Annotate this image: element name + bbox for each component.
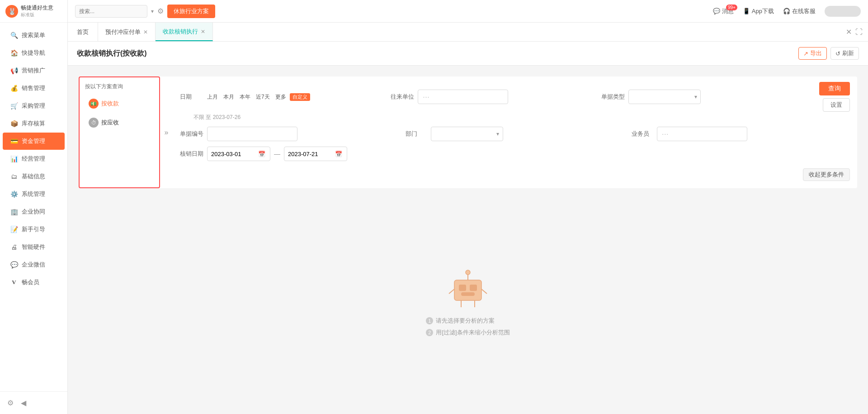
filter-more-row: 收起更多条件 xyxy=(180,167,850,183)
topbar-dropdown-arrow[interactable]: ▾ xyxy=(151,8,154,14)
filter-settings-button[interactable]: 设置 xyxy=(823,98,850,112)
date-btn-this-year[interactable]: 本年 xyxy=(238,92,252,102)
verify-date-end-input[interactable] xyxy=(288,151,333,157)
partner-selector[interactable]: ··· xyxy=(418,90,508,104)
tab-receive-close[interactable]: ✕ xyxy=(201,29,205,35)
sidebar-item-hardware[interactable]: 🖨 智能硬件 xyxy=(3,238,65,256)
empty-hint-2: 2 用[过滤]条件来缩小分析范围 xyxy=(426,327,509,338)
settings-footer-icon[interactable]: ⚙ xyxy=(7,399,14,407)
tab-prepay-label: 预付冲应付单 xyxy=(105,28,141,36)
sidebar-item-finance[interactable]: 💳 资金管理 xyxy=(3,133,65,150)
topbar-app-download[interactable]: 📱 App下载 xyxy=(743,7,774,15)
calendar-end-icon[interactable]: 📅 xyxy=(335,151,342,157)
refresh-icon: ↺ xyxy=(835,50,840,57)
sidebar-item-inventory[interactable]: 📦 库存核算 xyxy=(3,115,65,132)
service-icon: 🎧 xyxy=(783,8,790,14)
sidebar-item-purchase[interactable]: 🛒 采购管理 xyxy=(3,97,65,114)
refresh-button[interactable]: ↺ 刷新 xyxy=(830,47,859,60)
date-custom-badge[interactable]: 自定义 xyxy=(290,93,310,101)
sidebar-item-business[interactable]: 📊 经营管理 xyxy=(3,150,65,167)
sidebar-item-marketing[interactable]: 📢 营销推广 xyxy=(3,62,65,79)
empty-text: 1 请先选择要分析的方案 2 用[过滤]条件来缩小分析范围 xyxy=(426,315,509,338)
search-icon: 🔍 xyxy=(10,31,18,39)
docno-input[interactable] xyxy=(207,127,297,141)
date-btn-last-month[interactable]: 上月 xyxy=(205,92,220,102)
sidebar-item-wechat[interactable]: 💬 企业微信 xyxy=(3,256,65,273)
topbar-left: ▾ ⚙ 休旅行业方案 xyxy=(75,5,708,18)
empty-state: 1 请先选择要分析的方案 2 用[过滤]条件来缩小分析范围 xyxy=(73,194,863,409)
solution-button[interactable]: 休旅行业方案 xyxy=(167,5,215,18)
export-button[interactable]: ↗ 导出 xyxy=(798,47,827,60)
sidebar-item-shortcut[interactable]: 🏠 快捷导航 xyxy=(3,44,65,62)
empty-illustration xyxy=(445,264,491,309)
logo-icon: 🐰 xyxy=(5,5,18,18)
collapse-more-button[interactable]: 收起更多条件 xyxy=(803,168,850,181)
corp-icon: 🏢 xyxy=(10,208,18,216)
partner-dots: ··· xyxy=(423,92,429,102)
filter-collapse-btn[interactable]: » xyxy=(162,76,171,188)
filter-option-by-receipt[interactable]: 💵 按收款 xyxy=(85,96,154,111)
staff-field: 业务员 ··· xyxy=(632,127,850,141)
empty-hint-1: 1 请先选择要分析的方案 xyxy=(426,315,509,327)
staff-selector[interactable]: ··· xyxy=(657,127,747,141)
sidebar-item-system[interactable]: ⚙️ 系统管理 xyxy=(3,186,65,203)
main-area: ▾ ⚙ 休旅行业方案 💬 消息 99+ 📱 App下载 🎧 在线客服 首页 xyxy=(68,0,868,414)
wechat-icon: 💬 xyxy=(10,261,18,269)
svg-rect-3 xyxy=(461,292,475,296)
filter-panel: 按以下方案查询 💵 按收款 ⏱ 按应收 » xyxy=(79,76,857,188)
date-shortcuts: 上月 本月 本年 近7天 更多 自定义 xyxy=(205,92,310,102)
date-btn-7days[interactable]: 近7天 xyxy=(254,92,272,102)
topbar-user-avatar[interactable] xyxy=(825,6,861,17)
date-field: 日期 上月 本月 本年 近7天 更多 自定义 xyxy=(180,92,383,102)
tab-home[interactable]: 首页 xyxy=(68,23,98,41)
svg-point-5 xyxy=(466,270,470,275)
tab-expand-icon[interactable]: ⛶ xyxy=(855,28,863,36)
inventory-icon: 📦 xyxy=(10,119,18,128)
export-icon: ↗ xyxy=(803,50,808,57)
logo-text: 畅捷通好生意 标准版 xyxy=(21,5,53,18)
sidebar-item-search[interactable]: 🔍 搜索菜单 xyxy=(3,27,65,44)
verify-date-label: 核销日期 xyxy=(180,150,203,158)
tab-close-icon[interactable]: ✕ xyxy=(846,28,852,36)
verify-date-start-input[interactable] xyxy=(211,151,256,157)
tab-spacer xyxy=(213,23,840,41)
home-icon: 🏠 xyxy=(10,49,18,57)
tab-receive[interactable]: 收款核销执行 ✕ xyxy=(156,23,213,41)
tab-prepay-close[interactable]: ✕ xyxy=(143,29,148,35)
dept-label: 部门 xyxy=(406,130,427,138)
query-button[interactable]: 查询 xyxy=(819,82,850,95)
topbar-online-service[interactable]: 🎧 在线客服 xyxy=(783,7,816,15)
topbar-message[interactable]: 💬 消息 99+ xyxy=(713,7,734,15)
svg-rect-0 xyxy=(454,280,481,300)
date-btn-this-month[interactable]: 本月 xyxy=(222,92,236,102)
sidebar-footer: ⚙ ◀ xyxy=(0,391,67,414)
sidebar-item-sales[interactable]: 💰 销售管理 xyxy=(3,80,65,97)
collapse-icon: » xyxy=(165,128,169,137)
sidebar-item-guide[interactable]: 📝 新手引导 xyxy=(3,221,65,238)
calendar-start-icon[interactable]: 📅 xyxy=(258,151,265,157)
sidebar-logo: 🐰 畅捷通好生意 标准版 xyxy=(0,0,67,23)
verify-date-range: 📅 — 📅 xyxy=(207,147,347,161)
tab-prepay[interactable]: 预付冲应付单 ✕ xyxy=(98,23,156,41)
sidebar-item-vip[interactable]: V 畅会员 xyxy=(3,274,65,291)
topbar-gear-icon[interactable]: ⚙ xyxy=(157,7,164,15)
sidebar-item-corp[interactable]: 🏢 企业协同 xyxy=(3,203,65,220)
sidebar-item-base[interactable]: 🗂 基础信息 xyxy=(3,168,65,185)
doctype-select[interactable] xyxy=(628,90,701,104)
page-header: 收款核销执行(按收款) ↗ 导出 ↺ 刷新 xyxy=(68,42,868,66)
sidebar-menu: 🔍 搜索菜单 🏠 快捷导航 📢 营销推广 💰 销售管理 🛒 采购管理 📦 库存核… xyxy=(0,23,67,391)
collapse-sidebar-icon[interactable]: ◀ xyxy=(21,399,26,407)
guide-icon: 📝 xyxy=(10,225,18,233)
filter-row-1: 日期 上月 本月 本年 近7天 更多 自定义 xyxy=(180,82,850,112)
verify-date-end-wrapper: 📅 xyxy=(284,147,347,161)
finance-icon: 💳 xyxy=(10,137,18,145)
date-btn-more[interactable]: 更多 xyxy=(274,92,288,102)
app-icon: 📱 xyxy=(743,8,750,14)
topbar-search-input[interactable] xyxy=(75,5,147,18)
dept-select[interactable] xyxy=(435,131,496,138)
doctype-field: 单据类型 xyxy=(601,90,805,104)
filter-option-by-receivable[interactable]: ⏱ 按应收 xyxy=(85,115,154,130)
dept-field: 部门 ▾ xyxy=(406,127,624,141)
business-icon: 📊 xyxy=(10,155,18,163)
topbar-right: 💬 消息 99+ 📱 App下载 🎧 在线客服 xyxy=(713,6,861,17)
